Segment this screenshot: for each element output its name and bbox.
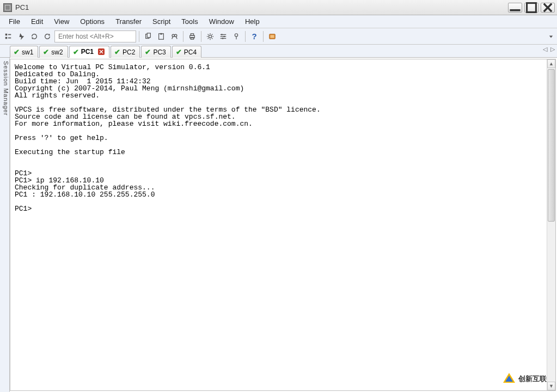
scroll-thumb[interactable] — [548, 69, 555, 222]
svg-point-35 — [223, 35, 225, 37]
print-button[interactable] — [186, 30, 198, 42]
tab-label: PC2 — [123, 48, 135, 56]
tab-pc1[interactable]: ✔ PC1 — [69, 46, 109, 58]
terminal-output[interactable]: Welcome to Virtual PC Simulator, version… — [10, 59, 555, 390]
svg-rect-5 — [5, 36, 8, 39]
menu-transfer[interactable]: Transfer — [110, 15, 147, 28]
check-icon: ✔ — [145, 48, 151, 56]
find-button[interactable] — [168, 30, 180, 42]
scroll-up-icon[interactable]: ▲ — [547, 59, 555, 68]
toolbar: ? — [0, 28, 557, 45]
tab-label: PC4 — [184, 48, 197, 56]
svg-point-22 — [209, 35, 211, 38]
scroll-down-icon[interactable]: ▼ — [547, 382, 555, 390]
toolbar-overflow-icon[interactable] — [547, 30, 555, 42]
keyword-highlight-button[interactable] — [230, 30, 242, 42]
menu-options[interactable]: Options — [75, 15, 110, 28]
copy-button[interactable] — [142, 30, 154, 42]
menu-view[interactable]: View — [48, 15, 75, 28]
host-input[interactable] — [54, 30, 136, 42]
maximize-button[interactable] — [524, 3, 538, 13]
session-manager-button[interactable] — [2, 30, 14, 42]
tab-close-button[interactable] — [98, 48, 105, 55]
menu-script[interactable]: Script — [147, 15, 176, 28]
workarea: Session Manager Welcome to Virtual PC Si… — [0, 58, 557, 392]
tab-label: PC1 — [81, 48, 94, 56]
svg-line-30 — [212, 34, 212, 34]
svg-point-37 — [235, 33, 237, 36]
tab-scroll-right-icon[interactable]: ▷ — [550, 46, 555, 53]
minimize-button[interactable] — [508, 3, 522, 13]
svg-rect-12 — [147, 33, 150, 37]
tab-pc2[interactable]: ✔ PC2 — [111, 46, 140, 58]
session-manager-sidebar[interactable]: Session Manager — [0, 58, 10, 392]
tab-label: PC3 — [153, 48, 166, 56]
session-options-button[interactable] — [217, 30, 229, 42]
titlebar: PC1 — [0, 0, 557, 15]
settings-button[interactable] — [204, 30, 216, 42]
activator-button[interactable] — [266, 30, 278, 42]
menu-window[interactable]: Window — [204, 15, 240, 28]
session-tabs: ✔ sw1 ✔ sw2 ✔ PC1 ✔ PC2 ✔ PC3 ✔ PC4 ◁ ▷ — [0, 45, 557, 58]
svg-rect-21 — [191, 37, 193, 39]
disconnect-button[interactable] — [41, 30, 53, 42]
tab-pc4[interactable]: ✔ PC4 — [172, 46, 201, 58]
tab-scroll-left-icon[interactable]: ◁ — [543, 46, 547, 53]
svg-line-27 — [208, 34, 209, 34]
svg-marker-8 — [20, 33, 25, 39]
menu-file[interactable]: File — [3, 15, 26, 28]
tab-label: sw1 — [22, 48, 33, 56]
tab-sw2[interactable]: ✔ sw2 — [39, 46, 68, 58]
menu-tools[interactable]: Tools — [176, 15, 203, 28]
svg-line-17 — [172, 36, 173, 39]
paste-button[interactable] — [155, 30, 167, 42]
help-button[interactable]: ? — [248, 30, 260, 42]
menu-help[interactable]: Help — [240, 15, 265, 28]
check-icon: ✔ — [43, 48, 49, 56]
svg-point-36 — [222, 38, 224, 39]
svg-rect-40 — [271, 35, 274, 38]
check-icon: ✔ — [176, 48, 182, 56]
svg-marker-41 — [549, 35, 553, 38]
svg-rect-4 — [5, 33, 8, 35]
tab-label: sw2 — [51, 48, 63, 56]
svg-rect-14 — [160, 33, 162, 34]
svg-point-16 — [174, 34, 176, 36]
tab-sw1[interactable]: ✔ sw1 — [10, 46, 38, 58]
menu-edit[interactable]: Edit — [26, 15, 48, 28]
close-button[interactable] — [541, 3, 555, 13]
check-icon: ✔ — [14, 48, 20, 56]
svg-rect-1 — [527, 3, 536, 12]
reconnect-button[interactable] — [28, 30, 40, 42]
check-icon: ✔ — [114, 48, 120, 56]
window-title: PC1 — [15, 3, 29, 11]
svg-point-34 — [221, 34, 223, 35]
quick-connect-button[interactable] — [15, 30, 27, 42]
tab-pc3[interactable]: ✔ PC3 — [141, 46, 170, 58]
menubar: File Edit View Options Transfer Script T… — [0, 15, 557, 28]
vertical-scrollbar[interactable]: ▲ ▼ — [547, 59, 555, 390]
svg-line-18 — [176, 36, 177, 39]
check-icon: ✔ — [73, 48, 79, 56]
svg-line-28 — [212, 38, 212, 39]
svg-line-29 — [208, 38, 209, 39]
svg-rect-20 — [191, 33, 193, 35]
terminal-pane: Welcome to Virtual PC Simulator, version… — [10, 59, 556, 391]
app-icon — [3, 3, 12, 12]
